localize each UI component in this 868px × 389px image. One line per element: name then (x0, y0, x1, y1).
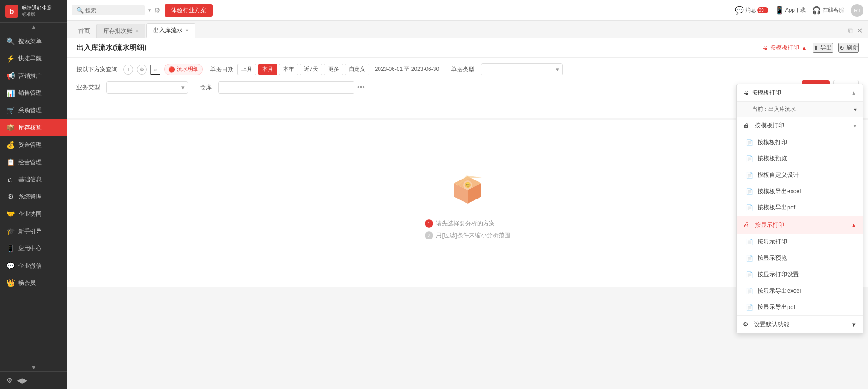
sidebar-icon-marketing: 📢 (6, 72, 15, 80)
dropdown-item-template-export-pdf[interactable]: 📄 按模板导出pdf (737, 199, 863, 216)
filter-tag-icon: 🔴 (168, 66, 175, 73)
print-dropdown-current-arrow[interactable]: ▾ (854, 106, 857, 113)
sidebar-item-search[interactable]: 🔍 搜索菜单 (0, 33, 67, 50)
filter-biz-type-group: ▾ (106, 81, 188, 94)
dropdown-item-template-export-excel[interactable]: 📄 按模板导出excel (737, 183, 863, 199)
filter-warehouse-input[interactable] (218, 81, 354, 94)
template-print-header-icon: 🖨 (743, 121, 749, 129)
sidebar-scroll-down[interactable]: ▼ (0, 363, 67, 371)
sidebar-icon-finance: 💰 (6, 141, 15, 149)
dropdown-item-label-template-print: 按模板打印 (758, 138, 787, 146)
date-btn-1[interactable]: 本月 (258, 64, 277, 75)
sidebar-item-system[interactable]: ⚙ 系统管理 (0, 188, 67, 205)
print-dropdown-footer[interactable]: ⚙ 设置默认功能 ▼ (737, 316, 863, 333)
date-btn-3[interactable]: 近7天 (300, 64, 322, 75)
filter-add-button[interactable]: + (123, 65, 133, 75)
message-icon: 💬 (735, 6, 744, 15)
avatar[interactable]: Rit (851, 4, 863, 17)
sidebar-item-inventory[interactable]: 📦 库存核算 (0, 119, 67, 136)
sidebar-item-sales[interactable]: 📊 销售管理 (0, 85, 67, 102)
dropdown-item-icon-template-custom: 📄 (746, 172, 753, 179)
sidebar-item-operations[interactable]: 📋 经营管理 (0, 154, 67, 171)
date-btn-2[interactable]: 本年 (279, 64, 298, 75)
empty-state-icon: 😊 (445, 165, 490, 210)
filter-warehouse-more-icon[interactable]: ••• (357, 83, 365, 91)
dropdown-item-label-display-print: 按显示打印 (758, 238, 787, 246)
sidebar-label-app-center: 应用中心 (18, 244, 42, 253)
sidebar-item-enterprise-wechat[interactable]: 💬 企业微信 (0, 257, 67, 274)
dropdown-item-icon-template-preview: 📄 (746, 155, 753, 162)
sidebar-icon-quick-nav: ⚡ (6, 55, 15, 63)
svg-text:😊: 😊 (464, 181, 471, 188)
sidebar-item-purchase[interactable]: 🛒 采购管理 (0, 102, 67, 119)
tab-close-inventory-batch[interactable]: × (135, 28, 139, 34)
filter-collapse-btn[interactable]: « (150, 65, 160, 75)
filter-doc-type-select[interactable] (481, 63, 563, 75)
app-download-button[interactable]: 📱 App下载 (775, 6, 806, 15)
trial-button[interactable]: 体验行业方案 (165, 4, 213, 17)
export-button[interactable]: ⬆ 导出 (813, 43, 833, 53)
tabs-restore-icon[interactable]: ⧉ (847, 26, 854, 36)
sidebar-label-quick-nav: 快捷导航 (18, 55, 42, 63)
sidebar-item-member[interactable]: 👑 畅会员 (0, 274, 67, 292)
date-btn-0[interactable]: 上月 (237, 64, 256, 75)
display-section-arrow-icon: ▲ (851, 222, 857, 229)
dropdown-item-display-preview[interactable]: 📄 按显示预览 (737, 250, 863, 266)
filter-setting-btn[interactable]: ⚙ (137, 65, 147, 75)
sidebar-label-search: 搜索菜单 (18, 37, 42, 45)
print-dropdown-current: 当前：出入库流水 ▾ (737, 102, 863, 117)
tab-inventory-batch[interactable]: 库存批次账 × (96, 24, 145, 38)
search-input[interactable] (85, 7, 131, 14)
tabs-close-all-icon[interactable]: ✕ (856, 25, 863, 36)
template-print-items: 📄 按模板打印 📄 按模板预览 📄 模板自定义设计 📄 按模板导出excel 📄… (737, 134, 863, 216)
tab-close-flow[interactable]: × (185, 27, 189, 34)
app-version: 标准版 (22, 11, 52, 18)
settings-icon[interactable]: ⚙ (6, 376, 12, 384)
tab-label-flow: 出入库流水 (153, 26, 183, 35)
sidebar-scroll-up[interactable]: ▲ (0, 23, 67, 31)
dropdown-item-label-template-export-excel: 按模板导出excel (758, 187, 801, 195)
print-dropdown-header: 🖨 按模板打印 ▲ (737, 84, 863, 102)
empty-step-1: 1 请先选择要分析的方案 (425, 218, 510, 229)
template-print-header[interactable]: 🖨 按模板打印 ▾ (737, 117, 863, 134)
date-btn-5[interactable]: 自定义 (345, 64, 369, 75)
online-service-button[interactable]: 🎧 在线客服 (812, 6, 844, 15)
filter-biz-type-select[interactable] (106, 81, 188, 94)
dropdown-item-display-export-pdf[interactable]: 📄 按显示导出pdf (737, 299, 863, 315)
date-btn-4[interactable]: 更多 (324, 64, 343, 75)
tab-flow[interactable]: 出入库流水 × (146, 23, 195, 38)
tabs-bar: 首页 库存批次账 × 出入库流水 × ⧉ ✕ (67, 21, 868, 38)
messages-button[interactable]: 💬 消息 99+ (735, 6, 768, 15)
print-icon: 🖨 (762, 45, 768, 51)
dropdown-item-template-custom[interactable]: 📄 模板自定义设计 (737, 167, 863, 183)
print-dropdown-title: 按模板打印 (752, 89, 781, 97)
sidebar-item-enterprise[interactable]: 🤝 企业协同 (0, 205, 67, 223)
refresh-button[interactable]: ↻ 刷新 (838, 43, 859, 53)
print-button[interactable]: 🖨 按模板打印 ▲ (762, 44, 807, 52)
sidebar-item-finance[interactable]: 💰 资金管理 (0, 136, 67, 154)
dropdown-item-display-print[interactable]: 📄 按显示打印 (737, 234, 863, 250)
filter-date-group: 上月本月本年近7天更多自定义 (237, 64, 369, 75)
header-dropdown-icon[interactable]: ▾ (148, 7, 151, 14)
header-gear-icon[interactable]: ⚙ (154, 6, 160, 15)
sidebar-item-app-center[interactable]: 📱 应用中心 (0, 240, 67, 257)
dropdown-item-display-print-settings[interactable]: 📄 按显示打印设置 (737, 266, 863, 283)
sidebar-item-newbie[interactable]: 🎓 新手引导 (0, 223, 67, 240)
export-icon: ⬆ (813, 45, 818, 51)
logo-icon: b (5, 5, 18, 18)
display-print-header[interactable]: 🖨 按显示打印 ▲ (737, 216, 863, 234)
page-title: 出入库流水(流水明细) (76, 43, 147, 57)
dropdown-item-icon-template-export-pdf: 📄 (746, 204, 753, 211)
print-arrow-up-icon: ▲ (801, 45, 807, 51)
sidebar-label-finance: 资金管理 (18, 141, 42, 149)
tab-home[interactable]: 首页 (72, 24, 96, 38)
sidebar-item-basic[interactable]: 🗂 基础信息 (0, 171, 67, 188)
dropdown-item-template-preview[interactable]: 📄 按模板预览 (737, 150, 863, 167)
print-dropdown-arrow-icon[interactable]: ▲ (851, 90, 857, 96)
dropdown-item-template-print[interactable]: 📄 按模板打印 (737, 134, 863, 150)
dropdown-item-label-display-export-excel: 按显示导出excel (758, 287, 801, 295)
sidebar-item-quick-nav[interactable]: ⚡ 快捷导航 (0, 50, 67, 67)
collapse-icon[interactable]: ◀▶ (17, 376, 28, 384)
sidebar-item-marketing[interactable]: 📢 营销推广 (0, 67, 67, 85)
dropdown-item-display-export-excel[interactable]: 📄 按显示导出excel (737, 283, 863, 299)
